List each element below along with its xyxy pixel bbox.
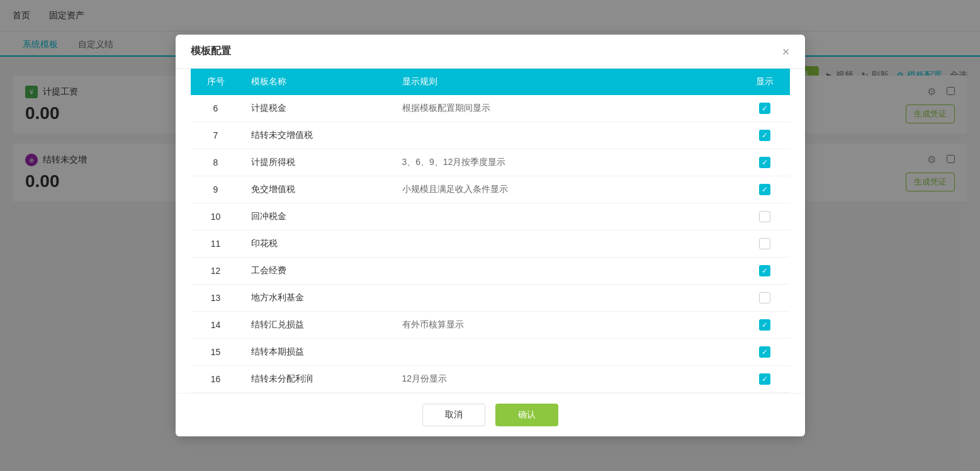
cell-rule [392, 122, 740, 149]
cell-checkbox: ✓ [740, 95, 790, 122]
table-row: 12工会经费✓ [191, 258, 790, 285]
cell-rule: 有外币核算显示 [392, 312, 740, 339]
col-header-display: 显示 [740, 69, 790, 95]
cell-checkbox: ✓ [740, 122, 790, 149]
dialog-header: 模板配置 × [176, 35, 805, 69]
table-row: 16结转未分配利润12月份显示✓ [191, 366, 790, 393]
checkbox-checked[interactable]: ✓ [759, 130, 770, 141]
table-row: 8计提所得税3、6、9、12月按季度显示✓ [191, 149, 790, 176]
checkbox-wrap: ✓ [750, 184, 780, 195]
cell-id: 6 [191, 95, 241, 122]
cell-id: 14 [191, 312, 241, 339]
table-row: 7结转未交增值税✓ [191, 122, 790, 149]
table-row: 11印花税 [191, 230, 790, 258]
dialog-footer: 取消 确认 [176, 393, 805, 436]
cell-checkbox [740, 230, 790, 258]
cell-id: 9 [191, 176, 241, 203]
cell-checkbox [740, 285, 790, 312]
cell-id: 7 [191, 122, 241, 149]
cell-name: 结转未分配利润 [241, 366, 392, 393]
table-header: 序号 模板名称 显示规则 显示 [191, 69, 790, 95]
checkbox-wrap: ✓ [750, 157, 780, 168]
cell-name: 计提所得税 [241, 149, 392, 176]
cell-rule: 根据模板配置期间显示 [392, 95, 740, 122]
table-row: 9免交增值税小规模且满足收入条件显示✓ [191, 176, 790, 203]
cell-checkbox: ✓ [740, 339, 790, 366]
table-row: 6计提税金根据模板配置期间显示✓ [191, 95, 790, 122]
col-header-id: 序号 [191, 69, 241, 95]
col-header-rule: 显示规则 [392, 69, 740, 95]
cell-id: 11 [191, 230, 241, 258]
table-row: 13地方水利基金 [191, 285, 790, 312]
close-icon[interactable]: × [782, 45, 790, 58]
checkbox-wrap: ✓ [750, 319, 780, 331]
cell-id: 10 [191, 203, 241, 230]
cell-rule [392, 230, 740, 258]
cell-name: 结转未交增值税 [241, 122, 392, 149]
checkbox-wrap: ✓ [750, 103, 780, 114]
cell-id: 12 [191, 258, 241, 285]
checkbox-checked[interactable]: ✓ [759, 346, 770, 358]
checkbox-wrap [750, 292, 780, 304]
cell-rule [392, 285, 740, 312]
template-config-dialog: 模板配置 × 序号 模板名称 显示规则 显示 6计提税金根据模板配置期间显示✓7… [176, 35, 805, 436]
checkbox-checked[interactable]: ✓ [759, 265, 770, 276]
confirm-button[interactable]: 确认 [495, 404, 558, 426]
table-row: 10回冲税金 [191, 203, 790, 230]
cell-rule: 小规模且满足收入条件显示 [392, 176, 740, 203]
table-row: 14结转汇兑损益有外币核算显示✓ [191, 312, 790, 339]
cell-rule [392, 258, 740, 285]
table-row: 15结转本期损益✓ [191, 339, 790, 366]
checkbox-checked[interactable]: ✓ [759, 319, 770, 331]
dialog-title: 模板配置 [191, 45, 231, 58]
cell-checkbox: ✓ [740, 366, 790, 393]
checkbox-checked[interactable]: ✓ [759, 157, 770, 168]
checkbox-wrap: ✓ [750, 265, 780, 276]
cell-checkbox: ✓ [740, 176, 790, 203]
dialog-body: 序号 模板名称 显示规则 显示 6计提税金根据模板配置期间显示✓7结转未交增值税… [176, 69, 805, 393]
cell-checkbox [740, 203, 790, 230]
checkbox-unchecked[interactable] [759, 211, 770, 222]
cancel-button[interactable]: 取消 [422, 404, 485, 426]
modal-overlay: 模板配置 × 序号 模板名称 显示规则 显示 6计提税金根据模板配置期间显示✓7… [0, 0, 980, 471]
cell-checkbox: ✓ [740, 149, 790, 176]
cell-rule [392, 203, 740, 230]
checkbox-unchecked[interactable] [759, 238, 770, 249]
cell-id: 15 [191, 339, 241, 366]
checkbox-wrap: ✓ [750, 130, 780, 141]
checkbox-wrap [750, 211, 780, 222]
cell-id: 8 [191, 149, 241, 176]
cell-name: 地方水利基金 [241, 285, 392, 312]
cell-rule: 12月份显示 [392, 366, 740, 393]
cell-name: 免交增值税 [241, 176, 392, 203]
checkbox-checked[interactable]: ✓ [759, 184, 770, 195]
col-header-name: 模板名称 [241, 69, 392, 95]
checkbox-wrap: ✓ [750, 373, 780, 385]
config-table: 序号 模板名称 显示规则 显示 6计提税金根据模板配置期间显示✓7结转未交增值税… [191, 69, 790, 393]
cell-checkbox: ✓ [740, 312, 790, 339]
cell-name: 回冲税金 [241, 203, 392, 230]
cell-checkbox: ✓ [740, 258, 790, 285]
cell-rule: 3、6、9、12月按季度显示 [392, 149, 740, 176]
checkbox-checked[interactable]: ✓ [759, 373, 770, 385]
checkbox-unchecked[interactable] [759, 292, 770, 304]
cell-name: 计提税金 [241, 95, 392, 122]
table-body: 6计提税金根据模板配置期间显示✓7结转未交增值税✓8计提所得税3、6、9、12月… [191, 95, 790, 393]
cell-name: 工会经费 [241, 258, 392, 285]
cell-rule [392, 339, 740, 366]
cell-id: 16 [191, 366, 241, 393]
cell-name: 结转本期损益 [241, 339, 392, 366]
cell-name: 印花税 [241, 230, 392, 258]
checkbox-checked[interactable]: ✓ [759, 103, 770, 114]
cell-id: 13 [191, 285, 241, 312]
cell-name: 结转汇兑损益 [241, 312, 392, 339]
checkbox-wrap [750, 238, 780, 249]
checkbox-wrap: ✓ [750, 346, 780, 358]
